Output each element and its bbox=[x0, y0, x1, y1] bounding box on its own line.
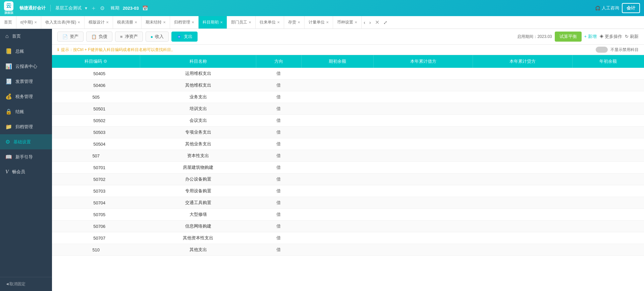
tab-archive-close-icon[interactable]: ✕ bbox=[192, 20, 194, 24]
cell-code: 50502 bbox=[52, 115, 140, 127]
cell-opening-balance bbox=[301, 103, 373, 115]
tab-inventory[interactable]: 存货 ✕ bbox=[284, 16, 305, 29]
tab-next-btn[interactable]: › bbox=[367, 20, 373, 25]
tab-unit-close-icon[interactable]: ✕ bbox=[326, 20, 329, 24]
cell-name: 房屋建筑物购建 bbox=[140, 162, 256, 174]
cell-opening-balance bbox=[301, 232, 373, 244]
cell-name: 大型修缮 bbox=[140, 209, 256, 221]
cell-ytd-debit bbox=[373, 103, 473, 115]
cell-code: 50706 bbox=[52, 221, 140, 232]
sidebar-item-archive[interactable]: 📁 归档管理 bbox=[0, 119, 52, 134]
tab-dept-close-icon[interactable]: ✕ bbox=[249, 20, 251, 24]
sidebar-ledger-label: 总账 bbox=[15, 48, 24, 54]
sidebar-item-report[interactable]: 📊 云报表中心 bbox=[0, 59, 52, 74]
tax-icon: 💰 bbox=[5, 93, 12, 100]
tab-yearend-close-icon[interactable]: ✕ bbox=[163, 20, 166, 24]
tab-unit[interactable]: 计量单位 ✕ bbox=[305, 16, 333, 29]
accounting-button[interactable]: 会计 bbox=[622, 3, 640, 13]
tab-period-close-icon[interactable]: ✕ bbox=[34, 20, 37, 24]
tab-subject-label: 科目期初 bbox=[203, 19, 219, 25]
tab-income[interactable]: 收入支出表(年报) ✕ bbox=[41, 16, 85, 29]
sub-tab-bar: 📄 资产 📋 负债 ≡ 净资产 ● 收入 💠 支出 启用期间：2023.03 试… bbox=[52, 29, 644, 45]
tab-prev-btn[interactable]: ‹ bbox=[362, 20, 367, 25]
sub-tab-net-asset[interactable]: ≡ 净资产 bbox=[115, 32, 143, 42]
top-header: 云 旗舰版 畅捷通好会计 基层工会测试 ▾ ＋ ⚙ 账期 2023-03 📅 🎧… bbox=[0, 0, 644, 16]
disabled-toggle[interactable] bbox=[596, 47, 608, 53]
tab-subject-init[interactable]: 科目期初 ✕ bbox=[199, 16, 227, 29]
tab-subject-close-icon[interactable]: ✕ bbox=[220, 20, 223, 24]
cell-dir: 借 bbox=[256, 209, 301, 221]
cell-dir: 借 bbox=[256, 80, 301, 91]
period-label: 账期 bbox=[111, 5, 119, 11]
cell-code: 510 bbox=[52, 244, 140, 256]
cell-code: 505 bbox=[52, 91, 140, 103]
refresh-btn[interactable]: ↻ 刷新 bbox=[625, 34, 639, 40]
col-gear-icon[interactable]: ⚙ bbox=[103, 59, 107, 64]
sub-tab-liability[interactable]: 📋 负债 bbox=[86, 32, 112, 42]
calendar-icon[interactable]: 📅 bbox=[142, 5, 148, 11]
tab-contacts[interactable]: 往来单位 ✕ bbox=[256, 16, 284, 29]
customer-service-btn[interactable]: 🎧 人工咨询 bbox=[595, 5, 619, 11]
sidebar-item-tax[interactable]: 💰 税务管理 bbox=[0, 89, 52, 104]
tab-taxform-close-icon[interactable]: ✕ bbox=[135, 20, 137, 24]
tab-template-close-icon[interactable]: ✕ bbox=[106, 20, 109, 24]
cell-ytd-credit bbox=[473, 150, 572, 162]
cell-code: 50704 bbox=[52, 197, 140, 209]
logo-cloud-icon: 云 bbox=[6, 2, 11, 9]
cell-ytd-credit bbox=[473, 138, 572, 150]
toggle-label: 不显示禁用科目 bbox=[610, 47, 639, 53]
tab-department[interactable]: 部门员工 ✕ bbox=[227, 16, 256, 29]
company-dropdown-icon[interactable]: ▾ bbox=[85, 5, 87, 11]
sidebar-item-close[interactable]: 🔒 结账 bbox=[0, 104, 52, 119]
tab-inventory-close-icon[interactable]: ✕ bbox=[298, 20, 300, 24]
tab-home[interactable]: 首页 bbox=[0, 16, 16, 29]
tab-currency[interactable]: 币种设置 ✕ bbox=[333, 16, 362, 29]
cell-year-opening bbox=[572, 209, 644, 221]
tab-contacts-close-icon[interactable]: ✕ bbox=[277, 20, 280, 24]
tab-yearend[interactable]: 期末结转 ✕ bbox=[142, 16, 170, 29]
cell-ytd-debit bbox=[373, 80, 473, 91]
sidebar-item-guide[interactable]: 📖 新手引导 bbox=[0, 149, 52, 164]
tab-currency-close-icon[interactable]: ✕ bbox=[355, 20, 357, 24]
col-year-opening: 年初余额 bbox=[572, 55, 644, 68]
sidebar-item-ledger[interactable]: 📒 总账 bbox=[0, 44, 52, 59]
sidebar-item-settings[interactable]: ⚙ 基础设置 bbox=[0, 134, 52, 149]
sub-tab-expense[interactable]: 💠 支出 bbox=[171, 32, 198, 42]
cell-ytd-debit bbox=[373, 91, 473, 103]
cell-ytd-credit bbox=[473, 185, 572, 197]
col-ytd-debit: 本年累计借方 bbox=[373, 55, 473, 68]
hint-text: 提示：按Ctrl + F键并输入科目编码或者科目名称可以查找科目。 bbox=[61, 47, 175, 53]
tab-income-close-icon[interactable]: ✕ bbox=[77, 20, 80, 24]
col-code: 科目编码 ⚙ bbox=[52, 55, 140, 68]
cell-opening-balance bbox=[301, 115, 373, 127]
sidebar-collapse-btn[interactable]: ◄取消固定 bbox=[0, 277, 52, 291]
sub-tab-income[interactable]: ● 收入 bbox=[146, 32, 169, 42]
tab-unit-label: 计量单位 bbox=[309, 19, 325, 25]
tab-period[interactable]: ε(中期) ✕ bbox=[16, 16, 41, 29]
cell-year-opening bbox=[572, 68, 644, 80]
tab-expand-btn[interactable]: ⤢ bbox=[381, 20, 389, 25]
tab-template[interactable]: 模版设计 ✕ bbox=[85, 16, 113, 29]
cell-dir: 借 bbox=[256, 244, 301, 256]
company-name: 基层工会测试 bbox=[55, 5, 82, 11]
sidebar-item-home[interactable]: ⌂ 首页 bbox=[0, 29, 52, 44]
add-company-icon[interactable]: ＋ bbox=[91, 4, 97, 12]
tab-bar: 首页 ε(中期) ✕ 收入支出表(年报) ✕ 模版设计 ✕ 税表清册 ✕ 期末结… bbox=[0, 16, 644, 29]
settings-gear-icon[interactable]: ⚙ bbox=[100, 5, 105, 11]
table-row: 50702办公设备购置借 bbox=[52, 174, 644, 185]
cell-code: 50707 bbox=[52, 232, 140, 244]
table-body: 50405运用维权支出借50406其他维权支出借505业务支出借50501培训支… bbox=[52, 68, 644, 256]
sub-tab-asset[interactable]: 📄 资产 bbox=[57, 32, 84, 42]
sidebar-item-member[interactable]: V 畅会员 bbox=[0, 164, 52, 179]
cell-year-opening bbox=[572, 185, 644, 197]
cell-code: 50406 bbox=[52, 80, 140, 91]
close-period-icon: 🔒 bbox=[5, 108, 12, 115]
add-btn[interactable]: + 新增 bbox=[584, 34, 597, 40]
calc-balance-btn[interactable]: 试算平衡 bbox=[555, 32, 582, 42]
cell-opening-balance bbox=[301, 209, 373, 221]
tab-close-all-btn[interactable]: ✕ bbox=[373, 19, 381, 26]
more-btn[interactable]: ◈ 更多操作 bbox=[599, 34, 623, 40]
tab-archive-mgmt[interactable]: 归档管理 ✕ bbox=[170, 16, 199, 29]
sidebar-item-invoice[interactable]: 🧾 发票管理 bbox=[0, 74, 52, 89]
tab-taxform[interactable]: 税表清册 ✕ bbox=[113, 16, 142, 29]
